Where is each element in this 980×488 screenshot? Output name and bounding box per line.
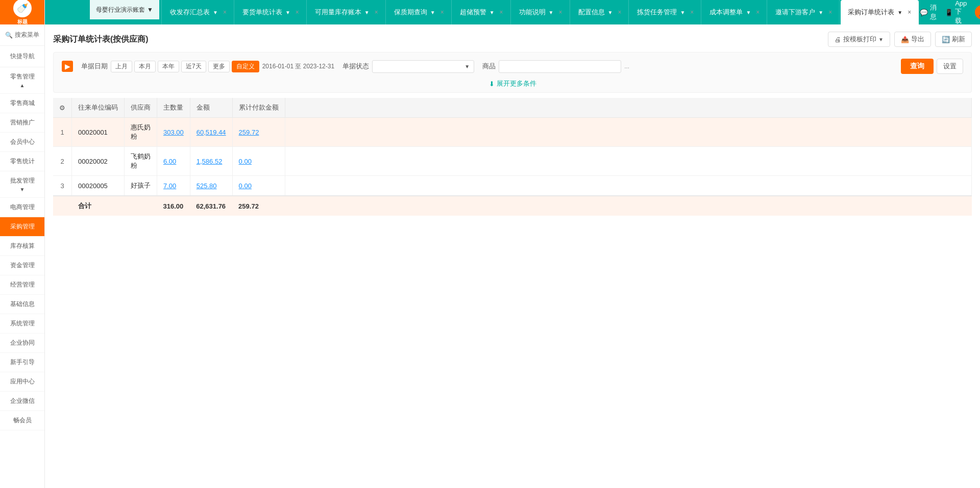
footer-empty-col [53, 196, 72, 216]
tab-purchase-stat[interactable]: 要货单统计表 ▼ × [235, 0, 307, 24]
status-select[interactable]: ▼ [372, 60, 474, 73]
row-qty-1[interactable]: 303.00 [157, 118, 190, 147]
page-title: 采购订单统计表(按供应商) [53, 34, 149, 45]
tab-close-icon7[interactable]: × [618, 9, 621, 16]
row-paid-1[interactable]: 259.72 [232, 118, 285, 147]
tab-config[interactable]: 配置信息 ▼ × [571, 0, 629, 24]
tab-close-icon5[interactable]: × [500, 9, 503, 16]
sidebar-item-inventory[interactable]: 库存核算 [0, 237, 44, 256]
goods-more-button[interactable]: ... [624, 63, 629, 70]
date-btn-more[interactable]: 更多 [208, 61, 230, 72]
table-row: 1 00020001 惠氏奶粉 303.00 60,519.44 259.72 [53, 118, 972, 147]
tab-cost-adjust[interactable]: 成本调整单 ▼ × [702, 0, 767, 24]
row-extra-3 [285, 176, 971, 196]
tab-close-icon4[interactable]: × [440, 9, 444, 16]
tab-close-icon[interactable]: × [223, 9, 227, 16]
goods-input[interactable] [499, 60, 621, 73]
tab-close-icon3[interactable]: × [375, 9, 378, 16]
quick-nav-button[interactable]: 快捷导航 [3, 50, 41, 63]
breadcrumb-dropdown[interactable]: 母婴行业演示账套 ▼ [90, 0, 159, 19]
sidebar-item-ecommerce[interactable]: 电商管理 [0, 198, 44, 217]
date-btn-this-month[interactable]: 本月 [134, 61, 156, 72]
row-supplier-2: 飞鹤奶粉 [125, 147, 157, 176]
search-menu-button[interactable]: 🔍 搜索菜单 [3, 29, 41, 41]
sidebar-item-retail-manage[interactable]: 零售管理 ▲ [0, 67, 44, 94]
tab-close-icon2[interactable]: × [296, 9, 299, 16]
row-paid-2[interactable]: 0.00 [232, 147, 285, 176]
tab-overstock[interactable]: 超储预警 ▼ × [453, 0, 511, 24]
table-area: ⚙ 往来单位编码 供应商 主数量 金额 累计付款金额 1 00020001 [45, 98, 980, 488]
query-button[interactable]: 查询 [901, 59, 934, 74]
tab-available-inv[interactable]: 可用量库存账本 ▼ × [308, 0, 386, 24]
filter-collapse-button[interactable]: ▶ [62, 61, 73, 72]
row-no-3: 3 [53, 176, 72, 196]
print-arrow-icon: ▼ [878, 37, 884, 42]
print-button[interactable]: 🖨 按模板打印 ▼ [828, 32, 890, 47]
table-header-row: ⚙ 往来单位编码 供应商 主数量 金额 累计付款金额 [53, 98, 972, 118]
print-icon: 🖨 [835, 36, 841, 43]
goods-filter-label: 商品 [482, 62, 496, 71]
date-btn-this-year[interactable]: 本年 [158, 61, 179, 72]
date-btn-last-month[interactable]: 上月 [111, 61, 132, 72]
sidebar-item-enterprise[interactable]: 企业协同 [0, 333, 44, 353]
sidebar-item-vip[interactable]: 畅会员 [0, 411, 44, 430]
expand-more-button[interactable]: ⬇ 展开更多条件 [489, 79, 536, 88]
tab-close-icon10[interactable]: × [828, 9, 832, 16]
filter-row-1: ▶ 单据日期 上月 本月 本年 近7天 更多 自定义 2016-01-01 至 … [62, 59, 963, 79]
user-avatar[interactable]: 👤 demo2 [975, 5, 980, 19]
app-download-button[interactable]: 📱 App下载 [945, 0, 967, 25]
footer-label: 合计 [72, 196, 157, 216]
tab-close-active-icon[interactable]: × [908, 9, 911, 16]
tab-purchase-order-stat[interactable]: 采购订单统计表 ▼ × [841, 0, 919, 24]
tab-arrow-icon5: ▼ [489, 10, 495, 15]
sidebar-item-marketing[interactable]: 营销推广 [0, 113, 44, 133]
row-paid-3[interactable]: 0.00 [232, 176, 285, 196]
refresh-button[interactable]: 🔄 刷新 [935, 32, 972, 47]
tab-close-icon8[interactable]: × [690, 9, 694, 16]
sidebar-item-basic[interactable]: 基础信息 [0, 295, 44, 314]
sidebar-nav: 零售管理 ▲ 零售商城 营销推广 会员中心 零售统计 批发管理 ▼ 电商管理 采… [0, 67, 44, 488]
tab-close-icon6[interactable]: × [559, 9, 562, 16]
col-amount-header: 金额 [190, 98, 232, 118]
col-settings-header[interactable]: ⚙ [53, 98, 72, 118]
sidebar-item-purchase[interactable]: 采购管理 [0, 217, 44, 237]
tab-receive-pay[interactable]: 收发存汇总表 ▼ × [163, 0, 234, 24]
sidebar-item-ops[interactable]: 经营管理 [0, 275, 44, 295]
sidebar-item-wholesale[interactable]: 批发管理 ▼ [0, 171, 44, 198]
chevron-down-icon: ▼ [20, 187, 25, 192]
tab-invite[interactable]: 邀请下游客户 ▼ × [768, 0, 840, 24]
tab-arrow-icon4: ▼ [430, 10, 435, 15]
tab-func[interactable]: 功能说明 ▼ × [512, 0, 570, 24]
date-range-display: 2016-01-01 至 2023-12-31 [262, 62, 334, 71]
row-qty-2[interactable]: 6.00 [157, 147, 190, 176]
date-filter-label: 单据日期 [81, 62, 108, 71]
message-button[interactable]: 💬 消息 [920, 3, 937, 21]
export-button[interactable]: 📤 导出 [894, 32, 931, 47]
sidebar-item-system[interactable]: 系统管理 [0, 314, 44, 333]
chevron-icon: ▲ [20, 83, 25, 88]
tab-pick-task[interactable]: 拣货任务管理 ▼ × [630, 0, 701, 24]
sidebar-item-member[interactable]: 会员中心 [0, 133, 44, 152]
tab-close-icon9[interactable]: × [756, 9, 760, 16]
settings-button[interactable]: 设置 [937, 59, 963, 74]
date-btn-7days[interactable]: 近7天 [181, 61, 206, 72]
row-amount-2[interactable]: 1,586.52 [190, 147, 232, 176]
date-btn-custom[interactable]: 自定义 [232, 61, 259, 72]
refresh-icon: 🔄 [942, 36, 950, 43]
sidebar-item-corpwechat[interactable]: 企业微信 [0, 392, 44, 411]
row-qty-3[interactable]: 7.00 [157, 176, 190, 196]
sidebar-item-retail-stats[interactable]: 零售统计 [0, 152, 44, 171]
sidebar-item-retail-mall[interactable]: 零售商城 [0, 94, 44, 113]
status-filter-label: 单据状态 [342, 62, 369, 71]
footer-paid: 259.72 [232, 196, 285, 216]
tab-expiry[interactable]: 保质期查询 ▼ × [387, 0, 452, 24]
sidebar: 🍼 标题 🔍 搜索菜单 快捷导航 零售管理 ▲ 零售商城 营销推广 会员中心 零… [0, 0, 45, 488]
date-filter-group: 单据日期 上月 本月 本年 近7天 更多 自定义 2016-01-01 至 20… [81, 61, 334, 72]
col-settings-icon[interactable]: ⚙ [59, 104, 65, 112]
sidebar-item-appcenter[interactable]: 应用中心 [0, 372, 44, 392]
app-logo: 🍼 标题 [0, 0, 44, 24]
sidebar-item-finance[interactable]: 资金管理 [0, 256, 44, 275]
row-amount-1[interactable]: 60,519.44 [190, 118, 232, 147]
sidebar-item-guide[interactable]: 新手引导 [0, 353, 44, 372]
row-amount-3[interactable]: 525.80 [190, 176, 232, 196]
